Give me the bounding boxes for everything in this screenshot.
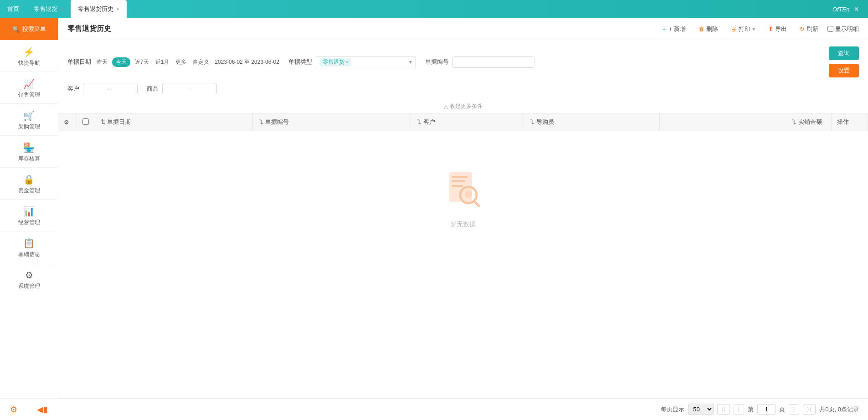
delete-button[interactable]: 🗑 删除 xyxy=(695,23,722,35)
per-page-select[interactable]: 50 100 200 xyxy=(688,404,714,415)
collapse-button[interactable]: △ 收起更多条件 xyxy=(444,102,483,110)
date-btn-yesterday[interactable]: 昨天 xyxy=(95,57,109,67)
sidebar-search-label: 搜索菜单 xyxy=(22,25,46,33)
print-button[interactable]: 🖨 打印 ▾ xyxy=(727,23,759,35)
doc-number-label: 单据编号 xyxy=(425,58,449,66)
th-settings[interactable]: ⚙ xyxy=(58,113,77,131)
customer-filter: 客户 ··· xyxy=(67,83,138,94)
sidebar-icon-basic-info: 📋 xyxy=(23,238,35,249)
tab-home[interactable]: 首页 xyxy=(0,0,26,18)
page-number-input[interactable] xyxy=(757,404,776,415)
doc-type-chip-close[interactable]: × xyxy=(346,59,349,65)
date-btn-7days[interactable]: 近7天 xyxy=(133,57,151,67)
sidebar-label-basic-info: 基础信息 xyxy=(18,251,40,258)
sidebar-item-inventory[interactable]: 🏪 库存核算 xyxy=(0,136,58,168)
tab-list: 首页零售退货×零售退货历史× xyxy=(0,0,832,18)
sidebar-item-basic-info[interactable]: 📋 基础信息 xyxy=(0,231,58,263)
sidebar-label-sales-mgmt: 销售管理 xyxy=(18,91,40,99)
sidebar-search-button[interactable]: 🔍 搜索菜单 xyxy=(0,18,58,40)
query-set-wrap: 查询 设置 xyxy=(829,46,859,77)
sidebar-icon-quick-nav: ⚡ xyxy=(23,46,35,57)
doc-type-chip: 零售退货 × xyxy=(320,58,351,67)
sidebar-item-finance-mgmt[interactable]: 🔒 资金管理 xyxy=(0,168,58,200)
sidebar-item-sales-mgmt[interactable]: 📈 销售管理 xyxy=(0,72,58,104)
svg-point-6 xyxy=(465,190,472,198)
sidebar-label-system-mgmt: 系统管理 xyxy=(18,282,40,290)
goods-input[interactable]: ··· xyxy=(162,83,217,94)
date-btn-more[interactable]: 更多 xyxy=(174,57,188,67)
select-all-checkbox[interactable] xyxy=(82,118,89,125)
tab-retail-return[interactable]: 零售退货× xyxy=(26,0,71,18)
date-btn-custom[interactable]: 自定义 xyxy=(191,57,211,67)
sidebar-item-quick-nav[interactable]: ⚡ 快捷导航 xyxy=(0,40,58,72)
collapse-bar[interactable]: △ 收起更多条件 xyxy=(67,100,859,113)
goods-filter: 商品 ··· xyxy=(147,83,217,94)
plus-icon: ＋ xyxy=(661,25,667,33)
tab-close-retail-return-history[interactable]: × xyxy=(116,6,119,12)
th-number[interactable]: ⇅ 单据编号 xyxy=(253,113,411,131)
sidebar-icon-system-mgmt: ⚙ xyxy=(25,270,33,281)
tab-retail-return-history[interactable]: 零售退货历史× xyxy=(71,0,127,18)
th-customer[interactable]: ⇅ 客户 xyxy=(411,113,524,131)
svg-rect-3 xyxy=(452,185,463,187)
sidebar-item-purchase-mgmt[interactable]: 🛒 采购管理 xyxy=(0,104,58,136)
display-detail-checkbox-wrap[interactable]: 显示明细 xyxy=(827,25,859,33)
empty-state-row: 暂无数据 xyxy=(58,131,868,266)
th-checkbox[interactable] xyxy=(77,113,95,131)
svg-rect-1 xyxy=(452,176,467,178)
date-btn-1month[interactable]: 近1月 xyxy=(154,57,171,67)
refresh-icon: ↻ xyxy=(800,26,805,32)
data-table: ⚙ ⇅ 单据日期 ⇅ 单据编号 ⇅ 客户 xyxy=(58,113,868,265)
window-close-button[interactable]: × xyxy=(854,5,859,14)
sidebar-bottom: ⚙ ◀▮ xyxy=(0,398,58,420)
set-button[interactable]: 设置 xyxy=(829,64,859,77)
new-button[interactable]: ＋ + 新增 xyxy=(657,23,689,35)
display-detail-checkbox[interactable] xyxy=(827,26,833,32)
sidebar: 🔍 搜索菜单 ⚡ 快捷导航 📈 销售管理 🛒 采购管理 🏪 库存核算 🔒 资金管… xyxy=(0,18,58,420)
first-page-button[interactable]: ⟨⟨ xyxy=(717,404,730,415)
table-container: ⚙ ⇅ 单据日期 ⇅ 单据编号 ⇅ 客户 xyxy=(58,113,868,398)
tab-label-retail-return-history: 零售退货历史 xyxy=(78,5,113,13)
refresh-label: 刷新 xyxy=(806,25,818,33)
sidebar-item-system-mgmt[interactable]: ⚙ 系统管理 xyxy=(0,263,58,295)
sidebar-items: ⚡ 快捷导航 📈 销售管理 🛒 采购管理 🏪 库存核算 🔒 资金管理 📊 经营管… xyxy=(0,40,58,398)
last-page-button[interactable]: ⟩⟩ xyxy=(803,404,816,415)
date-filter-label: 单据日期 xyxy=(67,58,91,66)
tab-close-retail-return[interactable]: × xyxy=(60,6,63,12)
print-dropdown-icon: ▾ xyxy=(752,26,755,32)
search-icon: 🔍 xyxy=(12,26,20,33)
doc-number-filter: 单据编号 xyxy=(425,56,534,68)
delete-icon: 🗑 xyxy=(699,26,704,32)
settings-icon[interactable]: ⚙ xyxy=(10,405,17,415)
query-button[interactable]: 查询 xyxy=(829,46,859,60)
goods-label: 商品 xyxy=(147,85,159,93)
export-button[interactable]: ⬆ 导出 xyxy=(765,23,791,35)
empty-state-cell: 暂无数据 xyxy=(58,131,868,266)
doc-number-input[interactable] xyxy=(452,56,534,68)
sidebar-item-operation-mgmt[interactable]: 📊 经营管理 xyxy=(0,200,58,231)
doc-type-input[interactable]: 零售退货 × ▾ xyxy=(316,56,416,68)
speaker-icon[interactable]: ◀▮ xyxy=(37,405,48,415)
customer-input[interactable]: ··· xyxy=(83,83,138,94)
sidebar-icon-finance-mgmt: 🔒 xyxy=(23,174,35,185)
th-date[interactable]: ⇅ 单据日期 xyxy=(95,113,253,131)
content-area: 零售退货历史 ＋ + 新增 🗑 删除 🖨 打印 ▾ ⬆ 导出 xyxy=(58,18,868,420)
per-page-label: 每页显示 xyxy=(661,405,684,414)
sidebar-label-operation-mgmt: 经营管理 xyxy=(18,219,40,226)
settings-icon[interactable]: ⚙ xyxy=(64,119,69,126)
th-guide[interactable]: ⇅ 导购员 xyxy=(524,113,660,131)
filter-area: 单据日期 昨天 今天 近7天 近1月 更多 自定义 2023-06-02 至 2… xyxy=(58,40,868,113)
th-amount[interactable]: ⇅ 实销金额 xyxy=(659,113,831,131)
empty-icon-svg xyxy=(440,168,486,213)
print-label: 打印 xyxy=(739,25,750,33)
next-page-button[interactable]: ⟩ xyxy=(789,404,799,415)
new-label: + 新增 xyxy=(669,25,686,33)
table-body: 暂无数据 xyxy=(58,131,868,266)
page-header: 零售退货历史 ＋ + 新增 🗑 删除 🖨 打印 ▾ ⬆ 导出 xyxy=(58,18,868,40)
th-actions-label: 操作 xyxy=(837,118,849,125)
prev-page-button[interactable]: ⟨ xyxy=(734,404,744,415)
refresh-button[interactable]: ↻ 刷新 xyxy=(796,23,822,35)
page-unit: 页 xyxy=(779,405,785,414)
date-btn-today[interactable]: 今天 xyxy=(112,57,130,67)
th-number-label: ⇅ 单据编号 xyxy=(258,118,289,125)
